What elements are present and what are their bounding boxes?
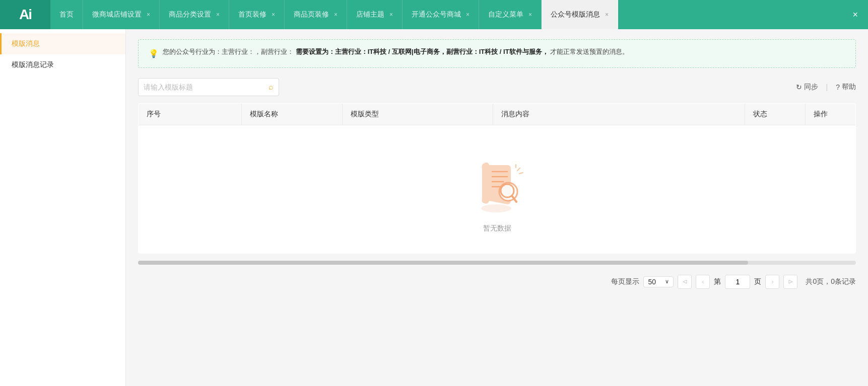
tab-close-icon-6[interactable]: × <box>466 12 470 18</box>
per-page-select[interactable]: 50 ∨ <box>643 276 674 287</box>
nav-tab-8[interactable]: 公众号模版消息× <box>542 0 618 29</box>
nav-tab-2[interactable]: 商品分类设置× <box>160 0 229 29</box>
search-button[interactable]: ⌕ <box>269 83 274 92</box>
empty-row: 暂无数据 <box>139 125 856 253</box>
chevron-down-icon: ∨ <box>665 278 669 285</box>
nav-tab-1[interactable]: 微商城店铺设置× <box>83 0 160 29</box>
scrollbar-row <box>138 260 856 266</box>
empty-state: 暂无数据 <box>139 125 855 253</box>
table-column-status: 状态 <box>745 103 806 125</box>
sync-button[interactable]: ↻ 同步 <box>796 83 818 92</box>
nav-tab-3[interactable]: 首页装修× <box>229 0 285 29</box>
sidebar-item-1[interactable]: 模版消息记录 <box>0 54 125 75</box>
tab-close-icon-8[interactable]: × <box>605 12 609 18</box>
table-head: 序号模版名称模版类型消息内容状态操作 <box>139 103 856 125</box>
toolbar-right: ↻ 同步 | ? 帮助 <box>796 83 856 92</box>
page-input[interactable] <box>725 275 750 289</box>
notice-suffix: 才能正常发送预置的消息。 <box>550 48 629 55</box>
search-bar: ⌕ ↻ 同步 | ? 帮助 <box>138 78 856 96</box>
svg-line-8 <box>517 168 520 171</box>
top-nav: Ai 首页微商城店铺设置×商品分类设置×首页装修×商品页装修×店铺主题×开通公众… <box>0 0 868 29</box>
scrollbar-thumb <box>138 261 748 265</box>
content-area: 💡 您的公众号行业为：主营行业：，副营行业： 需要设置为：主营行业：IT科技 /… <box>126 29 868 386</box>
per-page-label: 每页显示 <box>611 277 639 286</box>
tab-close-icon-3[interactable]: × <box>272 12 275 18</box>
tab-close-icon-2[interactable]: × <box>216 12 220 18</box>
nav-tab-0[interactable]: 首页 <box>50 0 83 29</box>
search-input-wrap: ⌕ <box>138 78 279 96</box>
nav-tab-4[interactable]: 商品页装修× <box>285 0 347 29</box>
next-page-button[interactable]: › <box>765 275 779 289</box>
sidebar: 模版消息模版消息记录 <box>0 29 126 386</box>
tab-close-icon-4[interactable]: × <box>334 12 338 18</box>
sync-label: 同步 <box>804 83 818 92</box>
notice-icon: 💡 <box>149 47 159 60</box>
close-all-button[interactable]: × <box>842 10 868 20</box>
sidebar-item-0[interactable]: 模版消息 <box>0 33 125 54</box>
table-column-index: 序号 <box>139 103 242 125</box>
nav-tab-6[interactable]: 开通公众号商城× <box>403 0 479 29</box>
search-input[interactable] <box>144 83 269 91</box>
total-info: 共0页，0条记录 <box>806 277 856 286</box>
last-page-button[interactable]: ⊳ <box>783 275 797 289</box>
svg-point-0 <box>481 204 511 212</box>
tab-close-icon-7[interactable]: × <box>528 12 532 18</box>
page-label-post: 页 <box>754 277 761 286</box>
sync-icon: ↻ <box>796 83 802 91</box>
nav-tabs: 首页微商城店铺设置×商品分类设置×首页装修×商品页装修×店铺主题×开通公众号商城… <box>50 0 842 29</box>
nav-tab-7[interactable]: 自定义菜单× <box>479 0 542 29</box>
logo: Ai <box>0 0 50 29</box>
table-body: 暂无数据 <box>139 125 856 253</box>
notice-text: 您的公众号行业为：主营行业：，副营行业： 需要设置为：主营行业：IT科技 / 互… <box>163 47 629 57</box>
svg-line-9 <box>519 173 523 174</box>
per-page-value: 50 <box>648 278 656 286</box>
empty-icon <box>467 156 527 216</box>
help-label: 帮助 <box>842 83 856 92</box>
tab-close-icon-1[interactable]: × <box>147 12 150 18</box>
pagination: 每页显示 50 ∨ ⊲ ‹ 第 页 › ⊳ 共0页，0条记录 <box>138 271 856 293</box>
notice-banner: 💡 您的公众号行业为：主营行业：，副营行业： 需要设置为：主营行业：IT科技 /… <box>138 39 856 68</box>
nav-tab-5[interactable]: 店铺主题× <box>347 0 403 29</box>
table-column-content: 消息内容 <box>493 103 745 125</box>
table-column-type: 模版类型 <box>342 103 493 125</box>
scrollbar-track[interactable] <box>138 261 856 265</box>
first-page-button[interactable]: ⊲ <box>678 275 692 289</box>
help-button[interactable]: ? 帮助 <box>836 83 856 92</box>
help-icon: ? <box>836 83 840 91</box>
tab-close-icon-5[interactable]: × <box>389 12 393 18</box>
data-table: 序号模版名称模版类型消息内容状态操作 <box>138 103 856 254</box>
empty-text: 暂无数据 <box>483 224 511 233</box>
table-column-name: 模版名称 <box>241 103 342 125</box>
table-header-row: 序号模版名称模版类型消息内容状态操作 <box>139 103 856 125</box>
toolbar-divider: | <box>826 83 828 91</box>
notice-prefix: 您的公众号行业为：主营行业：，副营行业： <box>163 48 294 55</box>
prev-page-button[interactable]: ‹ <box>696 275 710 289</box>
main-layout: 模版消息模版消息记录 💡 您的公众号行业为：主营行业：，副营行业： 需要设置为：… <box>0 29 868 386</box>
table-column-action: 操作 <box>806 103 856 125</box>
notice-highlight: 需要设置为：主营行业：IT科技 / 互联网|电子商务，副营行业：IT科技 / I… <box>296 48 549 55</box>
page-label-pre: 第 <box>714 277 721 286</box>
